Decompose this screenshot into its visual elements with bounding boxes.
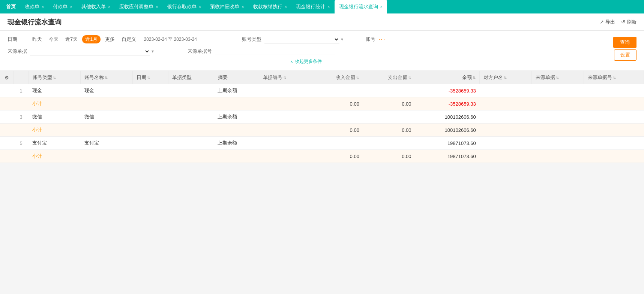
row-source-no — [584, 110, 644, 124]
row-counterpart — [480, 97, 532, 110]
collapse-bar[interactable]: ∧ 收起更多条件 — [8, 57, 604, 66]
nav-cash-bank-stat[interactable]: 现金银行统计 × — [291, 0, 334, 13]
account-label: 账号 — [366, 36, 375, 43]
nav-ar-ap-close[interactable]: × — [156, 0, 158, 13]
sort-source-no-icon: ⇅ — [613, 76, 616, 80]
filter-row-2: 来源单据 ▾ 来源单据号 — [8, 47, 604, 55]
row-source-doc — [531, 97, 584, 110]
row-doc-type — [168, 124, 214, 137]
row-account-type: 微信 — [29, 110, 81, 124]
nav-home-label: 首页 — [6, 0, 16, 13]
nav-prepay[interactable]: 预收冲应收单 × — [206, 0, 248, 13]
nav-bank-deposit[interactable]: 银行存取款单 × — [163, 0, 206, 13]
source-no-label: 来源单据号 — [188, 48, 212, 55]
col-expense[interactable]: 支出金额⇅ — [363, 71, 415, 84]
date-options: 昨天 今天 近7天 近1月 更多 自定义 2023-02-24 至 2023-0… — [30, 35, 197, 43]
export-button[interactable]: ↗ 导出 — [600, 19, 615, 25]
date-opt-today[interactable]: 今天 — [47, 35, 61, 43]
nav-collection-label: 收款核销执行 — [253, 0, 282, 13]
nav-bank-deposit-label: 银行存取款单 — [167, 0, 197, 13]
row-summary — [214, 97, 259, 110]
table-row: 小计 0.00 0.00 19871073.60 — [0, 150, 644, 163]
row-income: 0.00 — [311, 97, 363, 110]
row-doc-no — [259, 137, 311, 150]
row-summary — [214, 124, 259, 137]
col-counterpart[interactable]: 对方户名⇅ — [480, 71, 532, 84]
col-account-type[interactable]: 账号类型⇅ — [29, 71, 81, 84]
date-opt-more[interactable]: 更多 — [103, 35, 117, 43]
row-counterpart — [480, 110, 532, 124]
row-seq — [14, 124, 29, 137]
settings-button[interactable]: 设置 — [614, 49, 636, 61]
row-date — [132, 110, 168, 124]
query-button[interactable]: 查询 — [613, 37, 636, 48]
date-opt-yesterday[interactable]: 昨天 — [30, 35, 44, 43]
date-opt-custom[interactable]: 自定义 — [119, 35, 138, 43]
source-doc-label: 来源单据 — [8, 48, 30, 55]
nav-collection-close[interactable]: × — [285, 0, 287, 13]
filter-row-1: 日期 昨天 今天 近7天 近1月 更多 自定义 2023-02-24 至 202… — [8, 35, 604, 43]
col-gear[interactable]: ⚙ — [0, 71, 14, 84]
source-no-input[interactable] — [215, 48, 335, 55]
col-date[interactable]: 日期⇅ — [132, 71, 168, 84]
row-gear-cell — [0, 110, 14, 124]
nav-receipt[interactable]: 收款单 × — [20, 0, 48, 13]
export-icon: ↗ — [600, 19, 604, 25]
row-account-type: 小计 — [29, 97, 81, 110]
nav-bank-deposit-close[interactable]: × — [199, 0, 201, 13]
row-account-name — [81, 150, 133, 163]
table-row: 小计 0.00 0.00 -3528659.33 — [0, 97, 644, 110]
row-date — [132, 124, 168, 137]
nav-receipt-close[interactable]: × — [42, 0, 44, 13]
row-doc-type — [168, 137, 214, 150]
sort-date-icon: ⇅ — [147, 76, 150, 80]
col-doc-no[interactable]: 单据编号⇅ — [259, 71, 311, 84]
date-opt-1month[interactable]: 近1月 — [82, 35, 101, 43]
source-doc-select[interactable] — [30, 47, 150, 55]
nav-payment-close[interactable]: × — [70, 0, 72, 13]
account-wrap: 账号 ··· — [366, 36, 386, 43]
account-type-label: 账号类型 — [242, 36, 261, 43]
row-expense: 0.00 — [363, 124, 415, 137]
row-date — [132, 137, 168, 150]
col-source-no[interactable]: 来源单据号⇅ — [584, 71, 644, 84]
row-doc-type — [168, 150, 214, 163]
nav-prepay-close[interactable]: × — [242, 0, 244, 13]
row-summary — [214, 150, 259, 163]
refresh-button[interactable]: ↺ 刷新 — [621, 19, 636, 25]
date-opt-7days[interactable]: 近7天 — [63, 35, 80, 43]
nav-home[interactable]: 首页 — [2, 0, 20, 13]
table-wrap: ⚙ 账号类型⇅ 账号名称⇅ 日期⇅ 单据类型 摘要 单据编号⇅ 收入金 — [0, 71, 644, 163]
sort-source-doc-icon: ⇅ — [556, 76, 559, 80]
col-source-doc[interactable]: 来源单据⇅ — [531, 71, 584, 84]
nav-ar-ap-adjust[interactable]: 应收应付调整单 × — [115, 0, 162, 13]
nav-payment[interactable]: 付款单 × — [48, 0, 77, 13]
sort-income-icon: ⇅ — [356, 76, 359, 80]
row-account-name: 微信 — [81, 110, 133, 124]
nav-cash-flow-close[interactable]: × — [380, 0, 383, 13]
data-table: ⚙ 账号类型⇅ 账号名称⇅ 日期⇅ 单据类型 摘要 单据编号⇅ 收入金 — [0, 71, 644, 163]
row-gear-cell — [0, 150, 14, 163]
nav-cash-flow[interactable]: 现金银行流水查询 × — [335, 0, 387, 13]
nav-collection[interactable]: 收款核销执行 × — [249, 0, 291, 13]
row-date — [132, 97, 168, 110]
account-dots-button[interactable]: ··· — [378, 36, 386, 43]
col-income[interactable]: 收入金额⇅ — [311, 71, 363, 84]
row-counterpart — [480, 84, 532, 97]
row-seq — [14, 150, 29, 163]
row-doc-no — [259, 124, 311, 137]
nav-other-income-close[interactable]: × — [108, 0, 110, 13]
col-balance[interactable]: 余额⇅ — [415, 71, 480, 84]
col-account-name[interactable]: 账号名称⇅ — [81, 71, 133, 84]
source-doc-arrow-icon: ▾ — [152, 49, 154, 54]
row-balance: 100102606.60 — [415, 110, 480, 124]
date-filter-label: 日期 — [8, 36, 30, 43]
nav-other-income-label: 其他收入单 — [81, 0, 106, 13]
row-source-no — [584, 97, 644, 110]
nav-other-income[interactable]: 其他收入单 × — [77, 0, 115, 13]
account-type-select[interactable]: 现金 微信 支付宝 — [264, 35, 339, 43]
nav-cash-stat-close[interactable]: × — [327, 0, 330, 13]
row-account-type: 支付宝 — [29, 137, 81, 150]
nav-ar-ap-label: 应收应付调整单 — [119, 0, 153, 13]
table-body: 1 现金 现金 上期余额 -3528659.33 小计 0.00 0.00 -3… — [0, 84, 644, 163]
